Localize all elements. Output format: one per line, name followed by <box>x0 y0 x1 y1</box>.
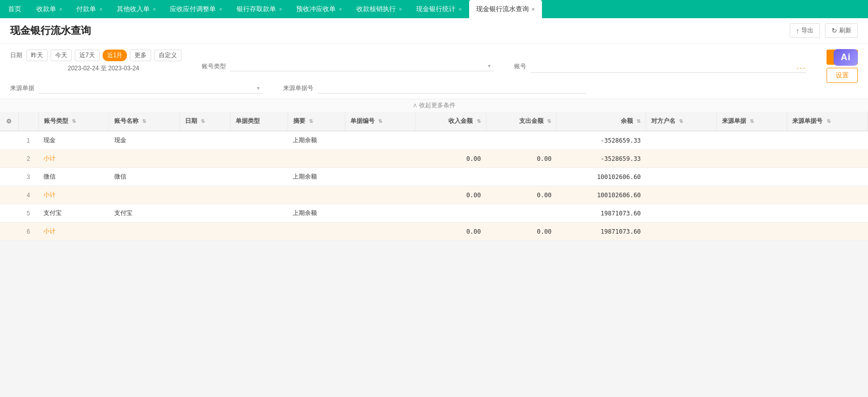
page-header: 现金银行流水查询 ↑ 导出 ↻ 刷新 <box>0 18 868 43</box>
refresh-button[interactable]: ↻ 刷新 <box>825 23 858 38</box>
col-header-summary: 摘要 ⇅ <box>288 112 345 131</box>
col-header-counter-party: 对方户名 ⇅ <box>646 112 717 131</box>
row-gear-cell <box>0 150 18 168</box>
ai-badge[interactable]: Ai <box>834 49 858 66</box>
table-settings-col[interactable]: ⚙ <box>0 112 18 131</box>
close-tab-icon[interactable]: × <box>99 6 102 12</box>
row-num: 6 <box>18 223 38 241</box>
acct-type-select[interactable]: ▾ <box>230 61 494 71</box>
nav-tab-现金银行统计[interactable]: 现金银行统计× <box>409 0 469 18</box>
row-doc-type <box>230 204 288 223</box>
page-title: 现金银行流水查询 <box>10 24 91 37</box>
row-date <box>179 150 230 168</box>
row-balance: -3528659.33 <box>557 150 646 168</box>
sort-icon-date[interactable]: ⇅ <box>201 118 205 124</box>
table-container: ⚙ 账号类型 ⇅ 账号名称 ⇅ 日期 ⇅ 单据类型 摘要 ⇅ 单据编号 ⇅ 收入… <box>0 112 868 241</box>
filter-section-top: 日期 昨天今天近7天近1月更多自定义 2023-02-24 至 2023-03-… <box>0 43 868 83</box>
nav-home[interactable]: 首页 <box>0 0 29 18</box>
col-header-acct-type: 账号类型 ⇅ <box>38 112 109 131</box>
row-num: 4 <box>18 186 38 204</box>
nav-tab-付款单[interactable]: 付款单× <box>69 0 109 18</box>
nav-tab-预收冲应收单[interactable]: 预收冲应收单× <box>289 0 349 18</box>
row-num: 5 <box>18 204 38 223</box>
col-header-acct-name: 账号名称 ⇅ <box>109 112 180 131</box>
row-num: 3 <box>18 168 38 186</box>
setting-button[interactable]: 设置 <box>827 68 858 83</box>
row-doc-type <box>230 131 288 150</box>
close-tab-icon[interactable]: × <box>279 6 282 12</box>
close-tab-icon[interactable]: × <box>459 6 462 12</box>
row-balance: -3528659.33 <box>557 131 646 150</box>
acct-num-filter-group: 账号 ... <box>514 50 806 83</box>
close-tab-icon[interactable]: × <box>399 6 402 12</box>
sort-icon-acct-name[interactable]: ⇅ <box>142 118 146 124</box>
close-tab-icon[interactable]: × <box>339 6 342 12</box>
source-doc-dropdown-icon: ▾ <box>257 85 260 92</box>
sort-icon-source-doc-no[interactable]: ⇅ <box>827 118 831 124</box>
row-balance: 100102606.60 <box>557 168 646 186</box>
sort-icon-balance[interactable]: ⇅ <box>636 118 641 124</box>
row-acct-name: 支付宝 <box>109 204 180 223</box>
row-income <box>416 131 486 150</box>
top-nav: 首页 收款单×付款单×其他收入单×应收应付调整单×银行存取款单×预收冲应收单×收… <box>0 0 868 18</box>
date-filter-group: 日期 昨天今天近7天近1月更多自定义 2023-02-24 至 2023-03-… <box>10 50 181 83</box>
close-tab-icon[interactable]: × <box>532 6 535 12</box>
row-gear-cell <box>0 223 18 241</box>
row-source-doc-no <box>787 150 868 168</box>
nav-tab-收款核销执行[interactable]: 收款核销执行× <box>349 0 409 18</box>
date-option-更多[interactable]: 更多 <box>130 50 151 61</box>
row-counter-party <box>646 204 717 223</box>
date-option-今天[interactable]: 今天 <box>51 50 72 61</box>
row-doc-no <box>345 186 416 204</box>
nav-tab-其他收入单[interactable]: 其他收入单× <box>110 0 163 18</box>
row-acct-name: 现金 <box>109 131 180 150</box>
date-option-近7天[interactable]: 近7天 <box>75 50 100 61</box>
date-range-text: 2023-02-24 至 2023-03-24 <box>68 64 139 73</box>
table-header-row: ⚙ 账号类型 ⇅ 账号名称 ⇅ 日期 ⇅ 单据类型 摘要 ⇅ 单据编号 ⇅ 收入… <box>0 112 868 131</box>
row-doc-no <box>345 168 416 186</box>
row-acct-name <box>109 186 180 204</box>
row-income <box>416 204 486 223</box>
row-summary <box>288 186 345 204</box>
date-option-自定义[interactable]: 自定义 <box>154 50 181 61</box>
sort-icon-acct-type[interactable]: ⇅ <box>72 118 76 124</box>
row-summary: 上期余额 <box>288 168 345 186</box>
nav-tab-应收应付调整单[interactable]: 应收应付调整单× <box>163 0 229 18</box>
row-date <box>179 223 230 241</box>
close-tab-icon[interactable]: × <box>59 6 62 12</box>
sort-icon-income[interactable]: ⇅ <box>477 118 481 124</box>
row-doc-no <box>345 223 416 241</box>
sort-icon-expense[interactable]: ⇅ <box>547 118 551 124</box>
date-label: 日期 <box>10 51 22 60</box>
table-row: 3微信微信上期余额100102606.60 <box>0 168 868 186</box>
table-row: 6小计0.000.0019871073.60 <box>0 223 868 241</box>
date-option-近1月[interactable]: 近1月 <box>103 50 127 61</box>
sort-icon-doc-no[interactable]: ⇅ <box>378 118 382 124</box>
nav-tab-现金银行流水查询[interactable]: 现金银行流水查询× <box>469 0 542 18</box>
row-date <box>179 131 230 150</box>
row-source-doc <box>716 168 787 186</box>
nav-tab-收款单[interactable]: 收款单× <box>29 0 69 18</box>
close-tab-icon[interactable]: × <box>153 6 156 12</box>
col-header-num <box>18 112 38 131</box>
col-header-doc-no: 单据编号 ⇅ <box>345 112 416 131</box>
row-summary: 上期余额 <box>288 131 345 150</box>
export-button[interactable]: ↑ 导出 <box>790 23 820 38</box>
row-gear-cell <box>0 186 18 204</box>
sort-icon-counter-party[interactable]: ⇅ <box>679 118 683 124</box>
collapse-bar[interactable]: ∧ 收起更多条件 <box>0 99 868 112</box>
source-doc-select[interactable]: ▾ <box>38 83 263 94</box>
nav-tab-银行存取款单[interactable]: 银行存取款单× <box>230 0 289 18</box>
row-income: 0.00 <box>416 150 486 168</box>
gear-icon: ⚙ <box>6 118 12 125</box>
close-tab-icon[interactable]: × <box>219 6 222 12</box>
acct-num-more-button[interactable]: ... <box>797 62 806 71</box>
row-acct-type: 小计 <box>38 223 109 241</box>
source-doc-no-input[interactable] <box>317 83 586 94</box>
export-icon: ↑ <box>796 27 800 34</box>
table-row: 4小计0.000.00100102606.60 <box>0 186 868 204</box>
row-source-doc-no <box>787 186 868 204</box>
sort-icon-source-doc[interactable]: ⇅ <box>750 118 754 124</box>
sort-icon-summary[interactable]: ⇅ <box>309 118 313 124</box>
date-option-昨天[interactable]: 昨天 <box>26 50 48 61</box>
